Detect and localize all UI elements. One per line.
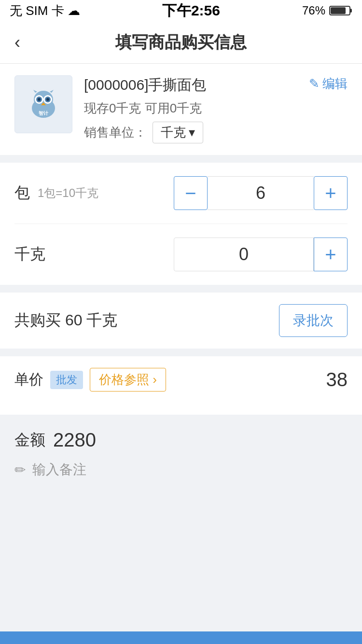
back-button[interactable]: ‹ — [14, 32, 20, 53]
kg-control: + — [174, 238, 348, 271]
main-content — [0, 487, 362, 631]
svg-rect-1 — [350, 9, 352, 13]
total-quantity: 60 — [65, 311, 83, 329]
status-bar: 无 SIM 卡 ☁ 下午2:56 76% — [0, 0, 362, 21]
status-time: 下午2:56 — [162, 1, 220, 21]
kg-row: 千克 + — [14, 224, 348, 285]
kg-input[interactable] — [174, 238, 314, 271]
unit-select[interactable]: 千克 ▾ — [153, 122, 203, 143]
product-stock: 现存0千克 可用0千克 — [84, 100, 348, 117]
bao-input[interactable] — [208, 176, 314, 210]
total-section: 共购买 60 千克 录批次 — [0, 293, 362, 349]
bao-row: 包 1包=10千克 − + — [14, 163, 348, 224]
price-section: 单价 批发 价格参照 › 38 — [0, 356, 362, 415]
svg-text:智计: 智计 — [38, 111, 49, 116]
battery-text: 76% — [302, 4, 325, 17]
amount-section: 金额 2280 ✏ 输入备注 — [0, 415, 362, 487]
price-row: 单价 批发 价格参照 › 38 — [14, 368, 348, 392]
product-thumbnail: 智计 — [14, 75, 72, 133]
product-unit-row: 销售单位： 千克 ▾ — [84, 122, 348, 143]
bao-control: − + — [174, 176, 348, 210]
chevron-down-icon: ▾ — [189, 125, 195, 140]
svg-point-10 — [46, 98, 49, 101]
total-text: 共购买 60 千克 — [14, 310, 117, 331]
product-logo: 智计 — [27, 90, 60, 119]
quantity-section: 包 1包=10千克 − + 千克 + — [0, 163, 362, 285]
svg-point-9 — [38, 98, 41, 101]
confirm-button[interactable]: 确定 — [0, 631, 362, 644]
pencil-icon: ✏ — [14, 462, 26, 478]
svg-marker-13 — [50, 90, 54, 93]
amount-label: 金额 — [14, 430, 45, 451]
product-header: [0000006]手撕面包 ✎ 编辑 — [84, 75, 348, 100]
status-left: 无 SIM 卡 ☁ — [10, 2, 80, 19]
bao-plus-button[interactable]: + — [314, 176, 348, 210]
page-title: 填写商品购买信息 — [115, 31, 247, 54]
price-ref-button[interactable]: 价格参照 › — [90, 368, 166, 392]
amount-value: 2280 — [53, 429, 96, 451]
remark-row[interactable]: ✏ 输入备注 — [14, 461, 348, 479]
bao-minus-button[interactable]: − — [174, 176, 208, 210]
battery-icon — [329, 5, 352, 16]
edit-button[interactable]: ✎ 编辑 — [309, 75, 348, 92]
record-batch-button[interactable]: 录批次 — [279, 304, 348, 337]
product-card: 智计 [0000006]手撕面包 ✎ 编辑 现存0千克 可用0千克 销售单位： … — [0, 64, 362, 155]
signal-text: 无 SIM 卡 ☁ — [10, 2, 80, 19]
price-value: 38 — [326, 369, 348, 391]
amount-row: 金额 2280 — [14, 429, 348, 451]
kg-plus-button[interactable]: + — [314, 238, 348, 271]
product-name: [0000006]手撕面包 — [84, 75, 206, 95]
product-info: [0000006]手撕面包 ✎ 编辑 现存0千克 可用0千克 销售单位： 千克 … — [84, 75, 348, 143]
bao-label: 包 1包=10千克 — [14, 182, 98, 204]
nav-bar: ‹ 填写商品购买信息 — [0, 21, 362, 64]
svg-rect-2 — [331, 7, 346, 14]
price-label: 单价 批发 价格参照 › — [14, 368, 166, 392]
svg-marker-12 — [33, 90, 37, 93]
bao-sublabel: 1包=10千克 — [38, 185, 98, 201]
remark-placeholder: 输入备注 — [32, 461, 86, 479]
kg-label: 千克 — [14, 244, 45, 265]
status-right: 76% — [302, 4, 352, 17]
price-badge: 批发 — [50, 371, 83, 389]
